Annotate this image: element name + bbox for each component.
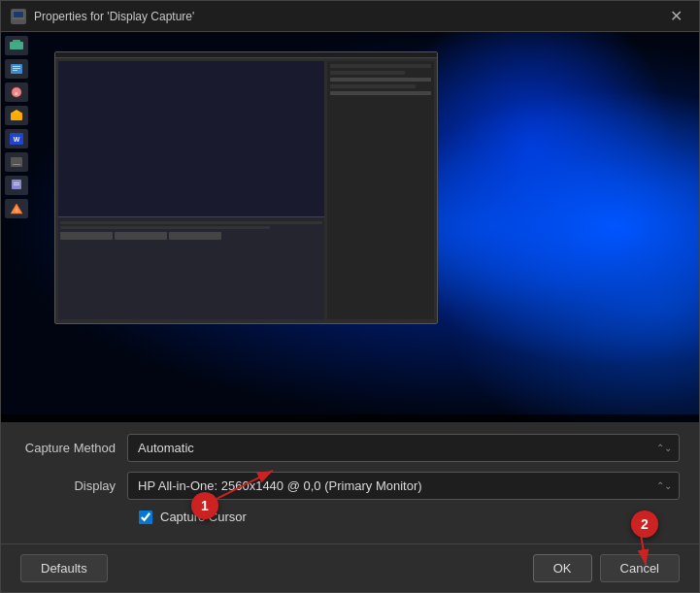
- svg-rect-7: [13, 70, 17, 71]
- display-row: Display HP All-in-One: 2560x1440 @ 0,0 (…: [20, 472, 680, 500]
- capture-method-row: Capture Method Automatic: [20, 434, 680, 462]
- properties-window: Properties for 'Display Capture' ✕ e: [0, 0, 700, 593]
- capture-method-label: Capture Method: [20, 441, 127, 455]
- capture-cursor-label[interactable]: Capture Cursor: [160, 510, 247, 524]
- display-select[interactable]: HP All-in-One: 2560x1440 @ 0,0 (Primary …: [127, 472, 680, 500]
- desktop-icon: W: [5, 129, 28, 148]
- svg-rect-17: [14, 182, 19, 183]
- desktop-icon: [5, 176, 28, 195]
- taskbar-preview: [1, 414, 699, 422]
- preview-area: e W !: [1, 32, 699, 422]
- controls-area: Capture Method Automatic Display HP All-…: [1, 422, 699, 544]
- svg-rect-2: [10, 42, 23, 49]
- bottom-bar: Defaults 2 OK Cancel: [1, 544, 699, 592]
- obs-window-preview: [54, 51, 438, 324]
- svg-rect-18: [14, 184, 19, 185]
- capture-cursor-checkbox[interactable]: [139, 511, 152, 524]
- obs-side-panel: [327, 61, 434, 319]
- svg-rect-15: [13, 164, 20, 165]
- action-buttons: 2 OK Cancel: [533, 554, 680, 582]
- desktop-preview: e W !: [1, 32, 699, 422]
- close-button[interactable]: ✕: [662, 3, 689, 30]
- window-icon: [11, 9, 26, 24]
- svg-rect-10: [11, 113, 22, 120]
- obs-preview-pane: [58, 61, 324, 319]
- capture-method-select[interactable]: Automatic: [127, 434, 680, 462]
- defaults-button[interactable]: Defaults: [20, 554, 108, 582]
- svg-text:W: W: [14, 136, 20, 143]
- svg-rect-6: [13, 68, 20, 69]
- svg-marker-11: [12, 110, 21, 113]
- svg-rect-14: [11, 157, 22, 167]
- capture-method-select-wrapper[interactable]: Automatic: [127, 434, 680, 462]
- svg-rect-3: [13, 40, 20, 43]
- desktop-icon: [5, 36, 28, 55]
- display-select-wrapper[interactable]: HP All-in-One: 2560x1440 @ 0,0 (Primary …: [127, 472, 680, 500]
- controls-wrapper: Capture Method Automatic Display HP All-…: [1, 422, 699, 544]
- svg-rect-5: [13, 66, 20, 67]
- svg-rect-1: [14, 12, 23, 17]
- ok-button[interactable]: OK: [533, 554, 592, 582]
- window-title: Properties for 'Display Capture': [34, 10, 662, 23]
- desktop-icons: e W !: [5, 36, 28, 218]
- annotation-arrow-2: [641, 534, 699, 573]
- display-label: Display: [20, 478, 127, 493]
- obs-content: [55, 58, 437, 322]
- desktop-icon: e: [5, 82, 28, 102]
- capture-cursor-row: Capture Cursor: [20, 510, 680, 524]
- desktop-icon: [5, 59, 28, 79]
- desktop-icon: [5, 152, 28, 172]
- desktop-icon: [5, 106, 28, 125]
- svg-line-24: [641, 534, 646, 565]
- desktop-icon: !: [5, 199, 28, 218]
- title-bar: Properties for 'Display Capture' ✕: [1, 1, 699, 32]
